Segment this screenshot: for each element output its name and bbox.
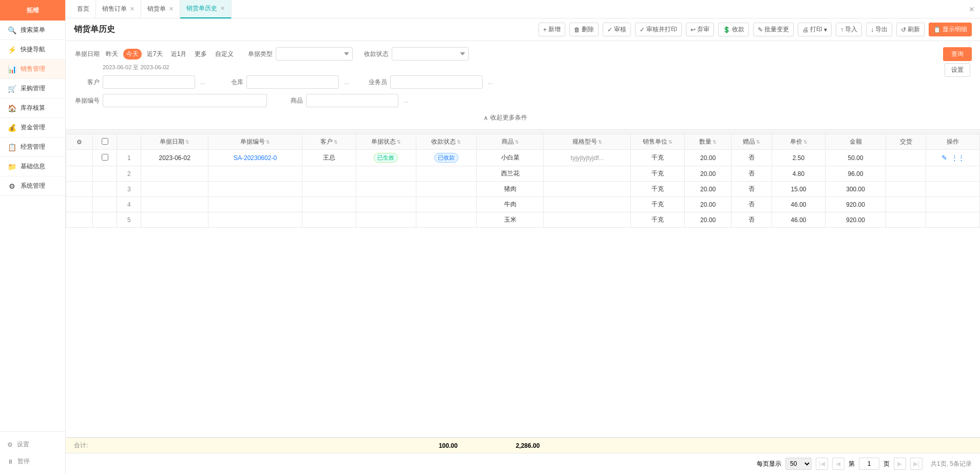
warehouse-lookup[interactable]: ... — [342, 78, 351, 86]
table-row: 1 2023-06-02 SA-20230602-0 王总 已生效 已收款 小白… — [66, 150, 980, 166]
sidebar-pause-btn[interactable]: ⏸ 暂停 — [0, 453, 65, 470]
page-size-select[interactable]: 20 50 100 200 — [785, 458, 812, 470]
filter-area: 单据日期 昨天 今天 近7天 近1月 更多 自定义 单据类型 — [66, 41, 980, 130]
cell-doc-date-2 — [141, 182, 208, 197]
doc-no-link[interactable]: SA-20230602-0 — [234, 154, 277, 162]
tab-home[interactable]: 首页 — [71, 0, 96, 18]
sidebar-item-purchase[interactable]: 🛒 采购管理 — [0, 79, 65, 98]
sidebar-item-sales[interactable]: 📊 销售管理 — [0, 60, 65, 79]
query-button[interactable]: 查询 — [943, 47, 972, 61]
date-shortcuts: 昨天 今天 近7天 近1月 更多 自定义 — [103, 49, 237, 60]
sidebar-item-search[interactable]: 🔍 搜索菜单 — [0, 21, 65, 40]
docno-input[interactable] — [103, 94, 267, 107]
edit-action-icon[interactable]: ✎ — [941, 154, 947, 162]
goods-lookup[interactable]: ... — [401, 97, 411, 104]
col-settings[interactable]: ⚙ — [66, 134, 93, 150]
import-button[interactable]: ↑ 导入 — [836, 23, 862, 36]
col-doc-date[interactable]: 单据日期⇅ — [141, 134, 208, 150]
batch-change-button[interactable]: ✎ 批量变更 — [753, 23, 794, 36]
table-row: 2 西兰花 千克 20.00 否 4.80 96.00 — [66, 166, 980, 182]
next-page-button[interactable]: ▶ — [894, 458, 906, 470]
salesperson-lookup[interactable]: ... — [486, 78, 495, 86]
cell-checkbox-3[interactable] — [93, 197, 117, 212]
sidebar-item-system[interactable]: ⚙ 系统管理 — [0, 176, 65, 196]
abandon-button[interactable]: ↩ 弃审 — [686, 23, 714, 36]
cell-checkbox-1[interactable] — [93, 166, 117, 182]
sidebar-item-inventory[interactable]: 🏠 库存核算 — [0, 98, 65, 118]
col-goods[interactable]: 商品⇅ — [476, 134, 544, 150]
customer-lookup[interactable]: ... — [198, 78, 207, 86]
pay-status-select[interactable] — [392, 47, 469, 61]
refresh-button[interactable]: ↺ 刷新 — [896, 23, 925, 36]
col-checkbox[interactable] — [93, 134, 117, 150]
tab-sales-history-close[interactable]: ✕ — [220, 5, 225, 12]
sidebar-item-operations[interactable]: 📋 经营管理 — [0, 137, 65, 157]
cell-gift-3: 否 — [732, 197, 772, 212]
cell-gift-1: 否 — [732, 166, 772, 182]
export-button[interactable]: ↓ 导出 — [866, 23, 892, 36]
delete-button[interactable]: 🗑 删除 — [569, 23, 599, 36]
tab-sales-order[interactable]: 销售订单 ✕ — [96, 0, 141, 18]
audit-button[interactable]: ✓ 审核 — [603, 23, 631, 36]
collect-button[interactable]: 💲 收款 — [718, 23, 749, 36]
salesperson-input[interactable] — [390, 75, 483, 89]
col-pay-status[interactable]: 收款状态⇅ — [416, 134, 477, 150]
flash-icon: ⚡ — [7, 46, 16, 54]
tab-sales-delivery-close[interactable]: ✕ — [169, 6, 174, 12]
print-icon: 🖨 — [802, 26, 809, 33]
date-today[interactable]: 今天 — [123, 49, 142, 60]
sidebar-item-label: 快捷导航 — [21, 45, 45, 54]
cell-actions-2 — [926, 182, 980, 197]
col-gift[interactable]: 赠品⇅ — [732, 134, 772, 150]
date-last1month[interactable]: 近1月 — [168, 49, 190, 60]
date-last7days[interactable]: 近7天 — [144, 49, 166, 60]
more-action-icon[interactable]: ⋮⋮ — [951, 154, 965, 162]
refresh-icon: ↺ — [901, 26, 906, 33]
sidebar-item-quicknav[interactable]: ⚡ 快捷导航 — [0, 40, 65, 60]
col-doc-no[interactable]: 单据编号⇅ — [208, 134, 302, 150]
pay-status-badge: 已收款 — [434, 153, 458, 163]
show-detail-button[interactable]: 📋 显示明细 — [929, 23, 972, 36]
cell-checkbox-2[interactable] — [93, 182, 117, 197]
col-spec[interactable]: 规格型号⇅ — [544, 134, 631, 150]
collapse-button[interactable]: ∧ 收起更多条件 — [479, 112, 531, 123]
select-all-checkbox[interactable] — [102, 138, 108, 145]
date-yesterday[interactable]: 昨天 — [103, 49, 121, 60]
page-input[interactable] — [859, 458, 879, 470]
customer-input[interactable] — [103, 75, 195, 89]
print-button[interactable]: 🖨 打印 ▾ — [798, 23, 832, 36]
tab-bar-close-all[interactable]: ✕ — [969, 5, 975, 13]
col-unit-price[interactable]: 单价⇅ — [772, 134, 825, 150]
audit-print-button[interactable]: ✓ 审核并打印 — [635, 23, 682, 36]
last-page-button[interactable]: ▶| — [910, 458, 923, 470]
prev-page-button[interactable]: ◀ — [832, 458, 844, 470]
col-trade: 交货 — [886, 134, 926, 150]
sidebar-settings-btn[interactable]: ⚙ 设置 — [0, 436, 65, 453]
new-button[interactable]: + 新增 — [539, 23, 565, 36]
warehouse-input[interactable] — [246, 75, 339, 89]
col-doc-status[interactable]: 单据状态⇅ — [356, 134, 416, 150]
doc-type-select[interactable] — [276, 47, 353, 61]
col-unit[interactable]: 销售单位⇅ — [631, 134, 685, 150]
sidebar-item-finance[interactable]: 💰 资金管理 — [0, 118, 65, 137]
sidebar-item-baseinfo[interactable]: 📁 基础信息 — [0, 157, 65, 176]
date-custom[interactable]: 自定义 — [212, 49, 237, 60]
row-checkbox[interactable] — [102, 154, 108, 161]
date-more[interactable]: 更多 — [191, 49, 210, 60]
col-customer[interactable]: 客户⇅ — [302, 134, 356, 150]
cell-checkbox-0[interactable] — [93, 150, 117, 166]
cell-checkbox-4[interactable] — [93, 212, 117, 228]
cell-doc-no-0: SA-20230602-0 — [208, 150, 302, 166]
page-header: 销货单历史 + 新增 🗑 删除 ✓ 审核 ✓ 审核并打印 ↩ 弃审 — [66, 18, 980, 41]
cell-spec-1 — [544, 166, 631, 182]
goods-input[interactable] — [306, 94, 398, 107]
first-page-button[interactable]: |◀ — [816, 458, 828, 470]
col-qty[interactable]: 数量⇅ — [684, 134, 731, 150]
cell-unit-price-4: 46.00 — [772, 212, 825, 228]
tab-sales-history[interactable]: 销货单历史 ✕ — [180, 0, 232, 18]
filter-setting-button[interactable]: 设置 — [945, 63, 970, 77]
collapse-label: 收起更多条件 — [490, 113, 527, 122]
cell-pay-status-1 — [416, 166, 477, 182]
tab-sales-delivery[interactable]: 销货单 ✕ — [141, 0, 180, 18]
tab-sales-order-close[interactable]: ✕ — [130, 6, 134, 12]
